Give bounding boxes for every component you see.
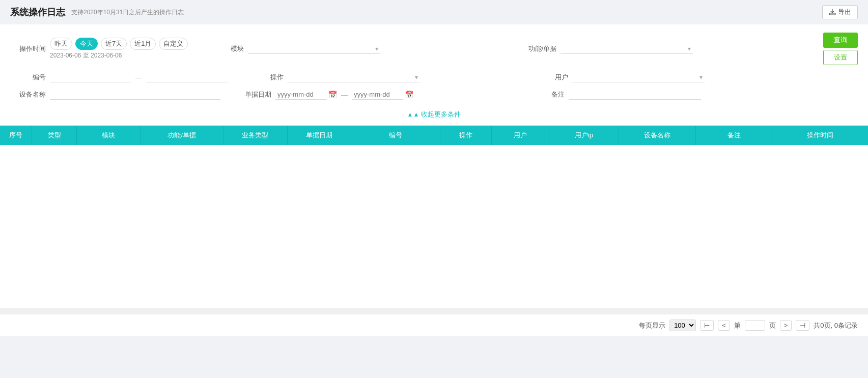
- page-header: 系统操作日志 支持2020年10月31日之后产生的操作日志 导出: [0, 0, 868, 24]
- col-seq: 序号: [0, 126, 32, 145]
- module-label: 模块: [208, 44, 244, 53]
- voucher-date-label: 单据日期: [241, 90, 271, 99]
- operation-label: 操作: [248, 73, 284, 82]
- query-button[interactable]: 查询: [823, 33, 858, 48]
- export-icon: [829, 9, 836, 16]
- settings-button[interactable]: 设置: [823, 50, 858, 65]
- table-header-row: 序号 类型 模块 功能/单据 业务类型 单据日期 编号 操作 用户 用户ip 设…: [0, 126, 868, 145]
- col-number: 编号: [351, 126, 440, 145]
- col-device: 设备名称: [619, 126, 695, 145]
- col-user-ip: 用户ip: [549, 126, 619, 145]
- time-btn-1month[interactable]: 近1月: [130, 38, 156, 50]
- collapse-row[interactable]: ▲▲ 收起更多条件: [10, 107, 858, 121]
- device-label: 设备名称: [10, 90, 46, 99]
- remark-input[interactable]: [569, 90, 701, 100]
- data-table: 序号 类型 模块 功能/单据 业务类型 单据日期 编号 操作 用户 用户ip 设…: [0, 126, 868, 308]
- pagination-bar: 每页显示 100 50 200 ⊢ < 第 1 页 > ⊣ 共0页, 0条记录: [0, 314, 868, 336]
- col-user: 用户: [491, 126, 549, 145]
- time-label: 操作时间: [10, 44, 46, 53]
- function-select-wrapper: ▾: [561, 44, 693, 54]
- filter-row-1: 操作时间 昨天 今天 近7天 近1月 自定义 2023-06-06 至 2023…: [10, 33, 858, 65]
- function-label: 功能/单据: [516, 44, 556, 53]
- header-left: 系统操作日志 支持2020年10月31日之后产生的操作日志: [10, 6, 184, 18]
- time-btn-7days[interactable]: 近7天: [101, 38, 127, 50]
- svg-rect-0: [829, 13, 835, 15]
- total-label: 共0页, 0条记录: [814, 321, 858, 330]
- col-type: 类型: [32, 126, 77, 145]
- function-select[interactable]: [561, 44, 693, 54]
- filter-row-3: 设备名称 单据日期 📅 — 📅 备注: [10, 90, 858, 100]
- operation-select-wrapper: ▾: [288, 72, 420, 82]
- date-dash: —: [341, 91, 348, 99]
- device-input[interactable]: [50, 90, 220, 100]
- module-select[interactable]: [248, 44, 380, 54]
- per-page-label: 每页显示: [639, 321, 665, 330]
- operation-select[interactable]: [288, 72, 420, 82]
- user-label: 用户: [527, 73, 568, 82]
- number-to-input[interactable]: [146, 72, 228, 82]
- time-range: 2023-06-06 至 2023-06-06: [50, 51, 188, 60]
- table-container: 序号 类型 模块 功能/单据 业务类型 单据日期 编号 操作 用户 用户ip 设…: [0, 126, 868, 308]
- page-subtitle: 支持2020年10月31日之后产生的操作日志: [71, 8, 184, 17]
- table-header: 序号 类型 模块 功能/单据 业务类型 单据日期 编号 操作 用户 用户ip 设…: [0, 126, 868, 145]
- horizontal-scrollbar[interactable]: [0, 308, 868, 314]
- collapse-chevron-icon: ▲▲: [407, 111, 419, 118]
- user-select-wrapper: ▾: [572, 72, 705, 82]
- time-section: 昨天 今天 近7天 近1月 自定义 2023-06-06 至 2023-06-0…: [50, 38, 188, 60]
- number-dash: —: [135, 74, 142, 81]
- date-from-input[interactable]: [275, 90, 326, 100]
- number-from-input[interactable]: [50, 72, 131, 82]
- time-btn-today[interactable]: 今天: [75, 38, 98, 50]
- col-function: 功能/单据: [141, 126, 223, 145]
- page-label: 第: [734, 321, 741, 330]
- col-remark: 备注: [695, 126, 772, 145]
- first-page-button[interactable]: ⊢: [700, 320, 714, 331]
- col-op-time: 操作时间: [772, 126, 868, 145]
- time-btn-custom[interactable]: 自定义: [159, 38, 188, 50]
- page-size-select[interactable]: 100 50 200: [669, 319, 696, 331]
- col-module: 模块: [76, 126, 140, 145]
- export-button[interactable]: 导出: [822, 5, 858, 19]
- date-to-input[interactable]: [352, 90, 403, 100]
- col-operation: 操作: [440, 126, 491, 145]
- page-unit: 页: [769, 321, 776, 330]
- time-btn-yesterday[interactable]: 昨天: [50, 38, 72, 50]
- user-select[interactable]: [572, 72, 705, 82]
- collapse-label: 收起更多条件: [421, 110, 461, 119]
- table-body: [0, 145, 868, 308]
- filter-row-2: 编号 — 操作 ▾ 用户 ▾: [10, 72, 858, 82]
- page-number-input[interactable]: 1: [745, 320, 765, 331]
- col-biz-type: 业务类型: [223, 126, 287, 145]
- calendar-to-icon[interactable]: 📅: [405, 91, 413, 99]
- next-page-button[interactable]: >: [780, 320, 792, 331]
- prev-page-button[interactable]: <: [718, 320, 730, 331]
- page-title: 系统操作日志: [10, 6, 65, 18]
- module-select-wrapper: ▾: [248, 44, 380, 54]
- col-date: 单据日期: [287, 126, 351, 145]
- remark-label: 备注: [524, 90, 565, 99]
- time-options: 昨天 今天 近7天 近1月 自定义: [50, 38, 188, 50]
- filter-panel: 操作时间 昨天 今天 近7天 近1月 自定义 2023-06-06 至 2023…: [0, 24, 868, 126]
- last-page-button[interactable]: ⊣: [796, 320, 809, 331]
- action-btns: 查询 设置: [823, 33, 858, 65]
- number-label: 编号: [10, 73, 46, 82]
- calendar-from-icon[interactable]: 📅: [328, 91, 337, 99]
